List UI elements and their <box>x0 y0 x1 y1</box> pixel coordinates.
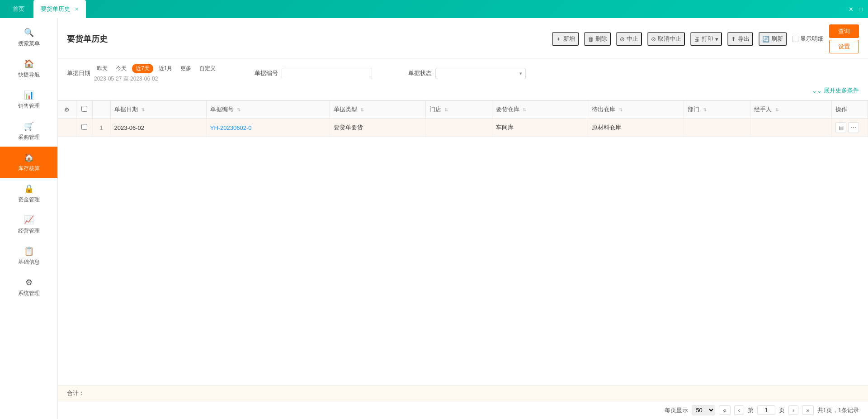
select-all-checkbox[interactable] <box>81 106 87 112</box>
col-reqwarehouse[interactable]: 要货仓库 ⇅ <box>492 101 588 119</box>
window-maximize-btn[interactable]: □ <box>859 6 863 13</box>
table-header-row: ⚙ 单据日期 ⇅ 单据编号 ⇅ <box>58 101 868 119</box>
col-pendingwarehouse[interactable]: 待出仓库 ⇅ <box>588 101 684 119</box>
row-settings-cell <box>58 119 76 137</box>
col-doctype-label: 单据类型 <box>334 106 357 113</box>
row-docno: YH-20230602-0 <box>206 119 330 137</box>
export-button[interactable]: ⬆ 导出 <box>727 32 753 46</box>
ops-icon: 📈 <box>24 214 34 225</box>
col-handler[interactable]: 经手人 ⇅ <box>750 101 832 119</box>
refresh-icon: 🔄 <box>762 36 769 43</box>
date-btn-month[interactable]: 近1月 <box>156 64 175 73</box>
per-page-select[interactable]: 50 100 <box>692 405 715 415</box>
sidebar-item-operations[interactable]: 📈 经营管理 <box>0 209 57 240</box>
new-plus-icon: ＋ <box>556 35 561 43</box>
page-input[interactable] <box>757 405 775 415</box>
next-page-btn[interactable]: › <box>788 405 798 415</box>
col-settings[interactable]: ⚙ <box>58 101 76 119</box>
col-docno-label: 单据编号 <box>210 106 234 113</box>
date-btn-yesterday[interactable]: 昨天 <box>94 64 110 73</box>
date-btn-more[interactable]: 更多 <box>178 64 194 73</box>
sidebar-label-sales: 销售管理 <box>18 102 40 110</box>
table-body: 1 2023-06-02 YH-20230602-0 要货单要货 车间库 原材料… <box>58 119 868 137</box>
page-header: 要货单历史 ＋ 新增 🗑 删除 ⊘ 中止 ⊘ 取消中止 <box>58 18 868 58</box>
expand-btn[interactable]: ⌄⌄ 展开更多条件 <box>812 86 859 95</box>
sidebar-item-purchase[interactable]: 🛒 采购管理 <box>0 115 57 147</box>
row-more-btn[interactable]: ⋯ <box>848 122 859 133</box>
sidebar-item-system[interactable]: ⚙ 系统管理 <box>0 271 57 303</box>
col-num <box>92 101 110 119</box>
export-icon: ⬆ <box>731 36 736 43</box>
print-arrow: ▾ <box>715 36 718 43</box>
first-page-btn[interactable]: « <box>719 405 730 415</box>
show-detail-label[interactable]: 显示明细 <box>792 35 824 43</box>
per-page-label: 每页显示 <box>665 406 688 414</box>
sidebar-item-basic[interactable]: 📋 基础信息 <box>0 240 57 271</box>
col-operation-label: 操作 <box>835 106 847 113</box>
tab-home-label: 首页 <box>13 5 24 13</box>
refresh-button[interactable]: 🔄 刷新 <box>759 32 787 46</box>
filter-row-2: ⌄⌄ 展开更多条件 <box>67 86 859 95</box>
col-docno[interactable]: 单据编号 ⇅ <box>206 101 330 119</box>
sidebar-item-search[interactable]: 🔍 搜索菜单 <box>0 22 57 53</box>
page-title: 要货单历史 <box>67 33 108 44</box>
show-detail-checkbox[interactable] <box>792 36 798 42</box>
sidebar-item-quicknav[interactable]: 🏠 快捷导航 <box>0 53 57 84</box>
row-dept <box>684 119 750 137</box>
new-button[interactable]: ＋ 新增 <box>552 32 579 46</box>
row-operation: ▤ ⋯ <box>832 119 868 137</box>
stop-button[interactable]: ⊘ 中止 <box>616 32 642 46</box>
tab-history[interactable]: 要货单历史 ✕ <box>33 0 86 18</box>
query-button[interactable]: 查询 <box>829 24 859 38</box>
row-docno-link[interactable]: YH-20230602-0 <box>210 124 252 131</box>
filter-docno: 单据编号 <box>255 68 372 79</box>
tab-history-close[interactable]: ✕ <box>75 6 79 12</box>
row-checkbox-cell <box>76 119 92 137</box>
print-button[interactable]: 🖨 打印 ▾ <box>690 32 722 46</box>
date-btn-custom[interactable]: 自定义 <box>197 64 218 73</box>
row-checkbox[interactable] <box>81 124 87 130</box>
total-label: 共1页，1条记录 <box>817 406 859 414</box>
window-close-btn[interactable]: ✕ <box>849 6 854 13</box>
col-store[interactable]: 门店 ⇅ <box>425 101 492 119</box>
status-select[interactable] <box>435 68 526 79</box>
col-doctype[interactable]: 单据类型 ⇅ <box>330 101 425 119</box>
col-reqwarehouse-label: 要货仓库 <box>496 106 519 113</box>
delete-button[interactable]: 🗑 删除 <box>584 32 611 46</box>
date-btn-7days[interactable]: 近7天 <box>132 64 153 73</box>
sidebar-label-operations: 经营管理 <box>18 227 40 235</box>
main-content: 要货单历史 ＋ 新增 🗑 删除 ⊘ 中止 ⊘ 取消中止 <box>58 18 868 419</box>
row-view-btn[interactable]: ▤ <box>835 122 846 133</box>
refresh-label: 刷新 <box>771 35 783 43</box>
sidebar-item-finance[interactable]: 🔒 资金管理 <box>0 178 57 209</box>
sidebar-label-quicknav: 快捷导航 <box>18 71 40 79</box>
docno-input[interactable] <box>282 68 372 79</box>
pagination-bar: 每页显示 50 100 « ‹ 第 页 › » 共1页，1条记录 <box>58 401 868 419</box>
date-btn-today[interactable]: 今天 <box>113 64 129 73</box>
last-page-btn[interactable]: » <box>802 405 813 415</box>
search-icon: 🔍 <box>24 27 34 38</box>
tab-home[interactable]: 首页 <box>5 0 32 18</box>
cancel-icon: ⊘ <box>651 36 656 43</box>
sidebar-item-inventory[interactable]: 🏠 库存核算 <box>0 147 57 178</box>
col-dept[interactable]: 部门 ⇅ <box>684 101 750 119</box>
export-label: 导出 <box>738 35 750 43</box>
top-bar-right: ✕ □ <box>849 6 863 13</box>
filter-date: 单据日期 昨天 今天 近7天 近1月 更多 自定义 2023-05-27 至 2… <box>67 64 218 83</box>
row-store <box>425 119 492 137</box>
delete-label: 删除 <box>595 35 607 43</box>
prev-page-btn[interactable]: ‹ <box>734 405 744 415</box>
settings-button[interactable]: 设置 <box>829 40 859 53</box>
new-label: 新增 <box>563 35 575 43</box>
docno-label: 单据编号 <box>255 69 278 77</box>
col-checkbox <box>76 101 92 119</box>
sort-handler-icon: ⇅ <box>775 107 779 112</box>
data-table: ⚙ 单据日期 ⇅ 单据编号 ⇅ <box>58 101 868 137</box>
table-footer: 合计： <box>58 385 868 401</box>
sidebar-item-sales[interactable]: 📊 销售管理 <box>0 84 57 115</box>
col-date[interactable]: 单据日期 ⇅ <box>110 101 206 119</box>
col-pendingwarehouse-label: 待出仓库 <box>592 106 615 113</box>
cancel-stop-button[interactable]: ⊘ 取消中止 <box>647 32 685 46</box>
status-select-wrapper: ▾ <box>435 68 526 79</box>
date-label: 单据日期 <box>67 69 90 77</box>
